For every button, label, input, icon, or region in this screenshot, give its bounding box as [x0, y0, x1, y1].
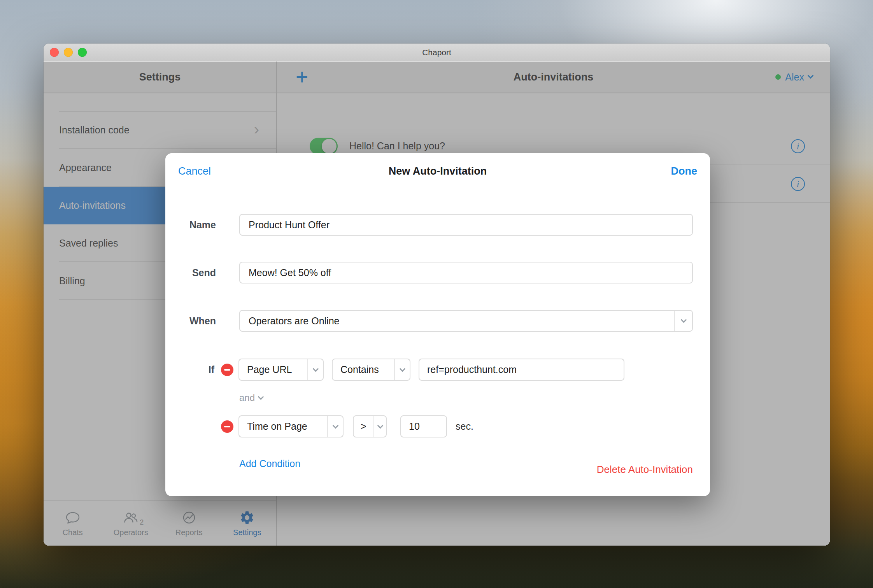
- condition-field-select[interactable]: Page URL: [238, 359, 324, 381]
- when-row: When Operators are Online: [165, 310, 710, 332]
- chevron-down-icon: [394, 359, 410, 380]
- remove-condition-button[interactable]: [221, 364, 233, 376]
- name-label: Name: [165, 214, 216, 236]
- minus-icon: [224, 369, 230, 371]
- send-label: Send: [165, 262, 216, 284]
- condition-row-1: If Page URL Contains: [165, 359, 710, 381]
- window-title: Chaport: [44, 48, 830, 57]
- desktop-background: { "icons": { "add": "+", "chevron_right"…: [0, 0, 873, 588]
- remove-condition-button[interactable]: [221, 420, 233, 433]
- name-input[interactable]: [239, 214, 693, 236]
- window-titlebar[interactable]: Chaport: [44, 44, 830, 61]
- modal-title: New Auto-Invitation: [165, 165, 710, 177]
- chevron-down-icon: [377, 422, 383, 429]
- chevron-down-icon: [674, 311, 692, 331]
- chevron-down-icon: [332, 422, 338, 429]
- and-selector[interactable]: and: [239, 391, 263, 404]
- condition-operator-value: Contains: [333, 364, 394, 375]
- chevron-down-icon: [399, 366, 405, 372]
- chevron-down-icon: [312, 366, 319, 372]
- condition-operator-select[interactable]: >: [353, 415, 387, 438]
- delete-auto-invitation-link[interactable]: Delete Auto-Invitation: [597, 464, 693, 476]
- modal-header: Cancel New Auto-Invitation Done: [165, 153, 710, 189]
- condition-operator-value: >: [354, 421, 373, 432]
- when-select[interactable]: Operators are Online: [239, 310, 693, 332]
- when-label: When: [165, 310, 216, 332]
- new-auto-invitation-modal: Cancel New Auto-Invitation Done Name Sen…: [165, 153, 710, 496]
- condition-row-2: Time on Page > sec.: [165, 415, 710, 438]
- app-window: Chaport Settings + Auto-invitations Alex…: [44, 44, 830, 546]
- send-message-input[interactable]: [239, 262, 693, 284]
- seconds-unit-label: sec.: [456, 415, 473, 438]
- chevron-down-icon: [373, 416, 386, 437]
- when-select-value: Operators are Online: [240, 315, 674, 327]
- cancel-button[interactable]: Cancel: [178, 165, 211, 177]
- minus-icon: [224, 426, 230, 427]
- chevron-down-icon: [327, 416, 343, 437]
- condition-seconds-input[interactable]: [400, 415, 447, 438]
- name-row: Name: [165, 214, 710, 236]
- chevron-down-icon: [307, 359, 323, 380]
- and-label: and: [239, 392, 255, 403]
- condition-operator-select[interactable]: Contains: [332, 359, 410, 381]
- condition-value-input[interactable]: [419, 359, 624, 381]
- condition-field-value: Page URL: [239, 364, 307, 375]
- condition-field-select[interactable]: Time on Page: [238, 415, 344, 438]
- done-button[interactable]: Done: [671, 165, 698, 177]
- send-row: Send: [165, 262, 710, 284]
- chevron-down-icon: [680, 317, 687, 323]
- add-condition-link[interactable]: Add Condition: [239, 458, 300, 469]
- chevron-down-icon: [258, 394, 264, 400]
- condition-field-value: Time on Page: [239, 421, 327, 432]
- if-label: If: [165, 359, 214, 381]
